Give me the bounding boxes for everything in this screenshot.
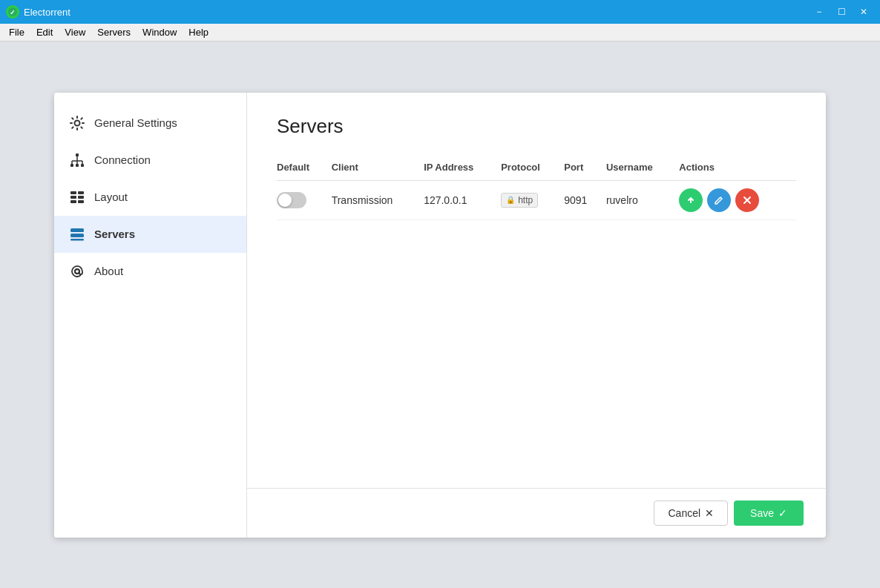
cell-protocol: 🔒 http [501, 180, 564, 219]
default-toggle[interactable] [277, 192, 306, 208]
svg-rect-15 [78, 196, 84, 199]
main-area: General Settings Con [0, 42, 880, 588]
col-username: Username [606, 156, 679, 181]
svg-rect-13 [78, 191, 84, 194]
cancel-icon: ✕ [705, 507, 714, 519]
edit-button[interactable] [707, 188, 731, 212]
menu-help[interactable]: Help [183, 25, 214, 39]
save-icon: ✓ [778, 507, 787, 519]
sidebar-label-general-settings: General Settings [94, 116, 177, 129]
page-title: Servers [277, 115, 796, 138]
svg-rect-4 [70, 164, 73, 167]
upload-button[interactable] [679, 188, 703, 212]
titlebar: ✓ Electorrent − ☐ ✕ [0, 0, 880, 24]
svg-rect-17 [78, 200, 84, 203]
action-buttons [679, 188, 787, 212]
sidebar-label-servers: Servers [94, 228, 135, 240]
app-title: Electorrent [24, 7, 70, 18]
content-footer: Cancel ✕ Save ✓ [247, 488, 826, 538]
app-logo: ✓ [6, 5, 19, 19]
svg-rect-19 [70, 234, 84, 237]
cancel-label: Cancel [668, 507, 700, 519]
menubar: File Edit View Servers Window Help [0, 24, 880, 42]
menu-edit[interactable]: Edit [30, 25, 59, 39]
table-header: Default Client IP Address Protocol Port … [277, 156, 796, 181]
col-client: Client [332, 156, 424, 181]
toggle-thumb [278, 194, 292, 207]
svg-rect-3 [76, 153, 79, 156]
cell-actions [679, 180, 796, 219]
save-label: Save [750, 507, 774, 519]
col-port: Port [564, 156, 606, 181]
lock-icon: 🔒 [506, 196, 515, 204]
col-default: Default [277, 156, 332, 181]
table-body: Transmission 127.0.0.1 🔒 http 9091 ruvel… [277, 180, 796, 219]
svg-rect-5 [76, 164, 79, 167]
delete-button[interactable] [735, 188, 759, 212]
save-button[interactable]: Save ✓ [734, 501, 804, 526]
svg-point-2 [75, 120, 80, 125]
svg-rect-18 [70, 228, 84, 232]
minimize-button[interactable]: − [809, 4, 830, 20]
close-button[interactable]: ✕ [853, 4, 874, 20]
sidebar-item-general-settings[interactable]: General Settings [54, 105, 246, 142]
cell-ip: 127.0.0.1 [424, 180, 501, 219]
svg-rect-16 [70, 200, 76, 203]
content-area: Servers Default Client IP Address Protoc… [247, 93, 826, 538]
at-icon [69, 263, 85, 280]
sidebar-item-connection[interactable]: Connection [54, 142, 246, 179]
cell-default [277, 180, 332, 219]
gear-icon [69, 115, 85, 131]
sidebar-item-layout[interactable]: Layout [54, 179, 246, 216]
protocol-badge: 🔒 http [501, 193, 538, 208]
table-row: Transmission 127.0.0.1 🔒 http 9091 ruvel… [277, 180, 796, 219]
svg-text:✓: ✓ [10, 9, 16, 16]
sidebar-item-servers[interactable]: Servers [54, 216, 246, 253]
svg-rect-20 [70, 239, 84, 241]
layout-icon [69, 189, 85, 205]
col-protocol: Protocol [501, 156, 564, 181]
sidebar-item-about[interactable]: About [54, 253, 246, 290]
cell-port: 9091 [564, 180, 606, 219]
servers-icon [69, 226, 85, 242]
sidebar-label-connection: Connection [94, 153, 151, 166]
titlebar-left: ✓ Electorrent [6, 5, 70, 19]
titlebar-controls: − ☐ ✕ [809, 4, 874, 20]
sidebar-label-about: About [94, 265, 123, 277]
network-icon [69, 152, 85, 168]
svg-rect-14 [70, 196, 76, 199]
settings-window: General Settings Con [54, 93, 826, 538]
menu-window[interactable]: Window [137, 25, 183, 39]
svg-rect-6 [81, 164, 84, 167]
cell-username: ruvelro [606, 180, 679, 219]
menu-servers[interactable]: Servers [91, 25, 137, 39]
menu-view[interactable]: View [59, 25, 91, 39]
sidebar-label-layout: Layout [94, 191, 128, 203]
protocol-value: http [518, 195, 533, 205]
svg-rect-12 [70, 191, 76, 194]
sidebar: General Settings Con [54, 93, 247, 538]
cancel-button[interactable]: Cancel ✕ [654, 501, 728, 526]
menu-file[interactable]: File [3, 25, 30, 39]
col-actions: Actions [679, 156, 796, 181]
maximize-button[interactable]: ☐ [831, 4, 852, 20]
content-body: Servers Default Client IP Address Protoc… [247, 93, 826, 488]
cell-client: Transmission [332, 180, 424, 219]
col-ip: IP Address [424, 156, 501, 181]
servers-table: Default Client IP Address Protocol Port … [277, 156, 796, 220]
